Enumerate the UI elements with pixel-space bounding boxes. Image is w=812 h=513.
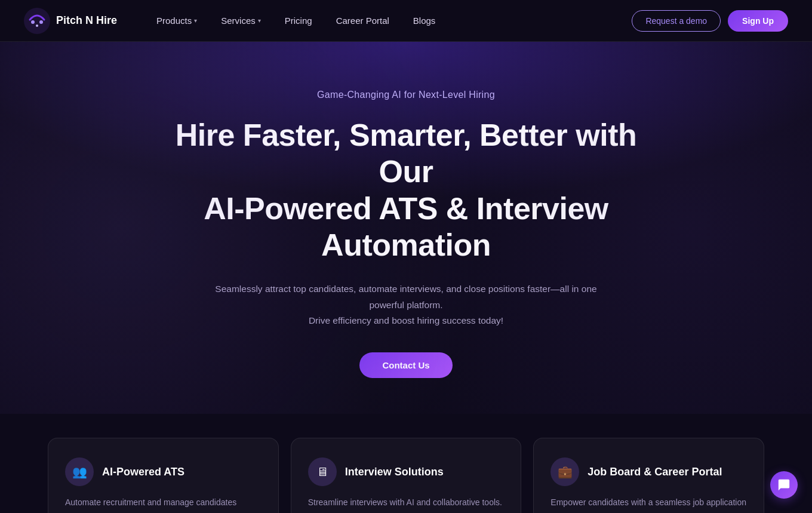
- card-ats: 👥 AI-Powered ATS Automate recruitment an…: [48, 438, 279, 513]
- nav-services-label: Services: [221, 16, 256, 26]
- nav-pricing-label: Pricing: [285, 16, 312, 26]
- feature-cards-section: 👥 AI-Powered ATS Automate recruitment an…: [0, 414, 812, 513]
- svg-point-0: [24, 8, 50, 34]
- brand-logo-icon: [24, 8, 50, 34]
- job-board-icon: 💼: [550, 457, 579, 486]
- nav-brand-area: Pitch N Hire Products ▾ Services ▾ Prici…: [24, 8, 445, 34]
- hero-subtitle-line2: Drive efficiency and boost hiring succes…: [309, 315, 503, 325]
- interviews-icon: 🖥: [308, 457, 337, 486]
- request-demo-button[interactable]: Request a demo: [632, 10, 721, 32]
- nav-item-pricing[interactable]: Pricing: [275, 11, 322, 30]
- card-interviews-header: 🖥 Interview Solutions: [308, 457, 505, 486]
- nav-item-services[interactable]: Services ▾: [211, 11, 270, 30]
- nav-links: Products ▾ Services ▾ Pricing Career Por…: [147, 11, 445, 30]
- services-chevron-icon: ▾: [258, 17, 261, 24]
- navbar: Pitch N Hire Products ▾ Services ▾ Prici…: [0, 0, 812, 42]
- nav-item-products[interactable]: Products ▾: [147, 11, 207, 30]
- contact-us-button[interactable]: Contact Us: [359, 352, 452, 378]
- card-job-board-title: Job Board & Career Portal: [588, 466, 722, 478]
- ats-icon: 👥: [65, 457, 94, 486]
- svg-point-3: [36, 24, 38, 27]
- signup-button[interactable]: Sign Up: [728, 10, 788, 32]
- nav-blogs-label: Blogs: [413, 16, 436, 26]
- card-interviews-description: Streamline interviews with AI and collab…: [308, 496, 505, 513]
- nav-item-blogs[interactable]: Blogs: [404, 11, 445, 30]
- card-job-board-description: Empower candidates with a seamless job a…: [550, 496, 747, 513]
- card-job-board: 💼 Job Board & Career Portal Empower cand…: [533, 438, 764, 513]
- hero-section: Game-Changing AI for Next-Level Hiring H…: [0, 42, 812, 414]
- chat-icon: [777, 478, 791, 492]
- svg-point-1: [31, 20, 35, 24]
- nav-cta-area: Request a demo Sign Up: [632, 10, 788, 32]
- brand-name: Pitch N Hire: [56, 14, 117, 27]
- nav-products-label: Products: [156, 16, 192, 26]
- hero-subtitle: Seamlessly attract top candidates, autom…: [215, 281, 597, 328]
- card-job-board-header: 💼 Job Board & Career Portal: [550, 457, 747, 486]
- nav-item-career-portal[interactable]: Career Portal: [327, 11, 399, 30]
- card-ats-title: AI-Powered ATS: [102, 466, 184, 478]
- nav-career-label: Career Portal: [336, 16, 389, 26]
- svg-point-2: [39, 20, 43, 24]
- card-interviews-title: Interview Solutions: [345, 466, 444, 478]
- card-ats-description: Automate recruitment and manage candidat…: [65, 496, 262, 513]
- products-chevron-icon: ▾: [194, 17, 197, 24]
- hero-subtitle-line1: Seamlessly attract top candidates, autom…: [215, 284, 596, 309]
- hero-title-line1: Hire Faster, Smarter, Better with Our: [176, 118, 636, 189]
- hero-title-line2: AI-Powered ATS & Interview Automation: [204, 191, 608, 262]
- card-ats-header: 👥 AI-Powered ATS: [65, 457, 262, 486]
- hero-tagline: Game-Changing AI for Next-Level Hiring: [24, 90, 788, 100]
- hero-title: Hire Faster, Smarter, Better with Our AI…: [161, 117, 651, 263]
- chat-button[interactable]: [770, 471, 798, 499]
- card-interviews: 🖥 Interview Solutions Streamline intervi…: [291, 438, 522, 513]
